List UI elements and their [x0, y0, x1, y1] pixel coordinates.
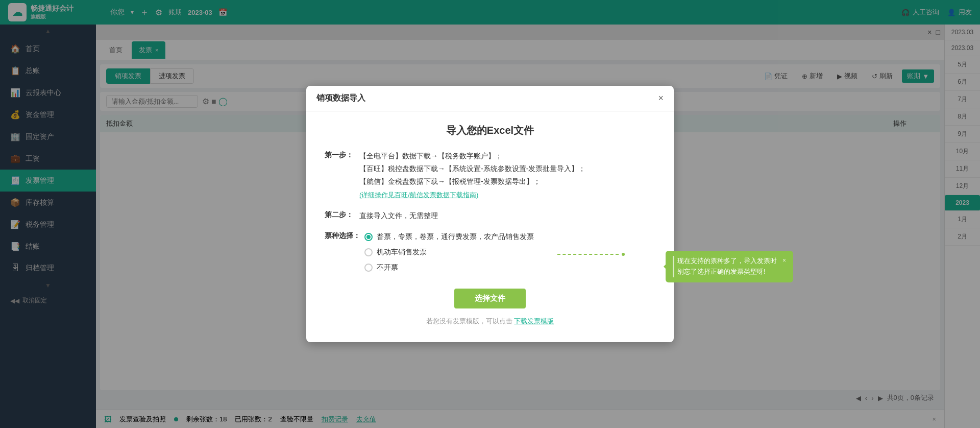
select-file-button[interactable]: 选择文件 — [454, 289, 526, 308]
radio-no-ticket-circle — [364, 264, 373, 272]
radio-no-ticket[interactable]: 不开票 — [364, 263, 534, 272]
step1-line2: 【百旺】税控盘数据下载→【系统设置-系统参数设置-发票批量导入】； — [359, 162, 585, 175]
step1-row: 第一步： 【全电平台】数据下载→【税务数字账户】； 【百旺】税控盘数据下载→【系… — [325, 150, 655, 201]
radio-normal-circle — [364, 233, 373, 241]
step1-content: 【全电平台】数据下载→【税务数字账户】； 【百旺】税控盘数据下载→【系统设置-系… — [359, 150, 585, 201]
ticket-label: 票种选择： — [325, 231, 360, 272]
import-modal: 销项数据导入 × 导入您的Excel文件 第一步： 【全电平台】数据下载→【税务… — [306, 86, 674, 342]
step1-line3: 【航信】金税盘数据下载→【报税管理-发票数据导出】； — [359, 175, 585, 188]
ticket-selection-row: 票种选择： 普票，专票，卷票，通行费发票，农产品销售发票 机动车销售发票 — [325, 230, 655, 272]
modal-main-title: 导入您的Excel文件 — [325, 124, 655, 137]
tooltip-bubble: × 现在支持的票种多了，导入发票时别忘了选择正确的发票类型呀! — [666, 251, 793, 282]
modal-title: 销项数据导入 — [316, 93, 365, 104]
step1-link[interactable]: (详细操作见百旺/航信发票数据下载指南) — [359, 188, 585, 201]
tooltip-close-button[interactable]: × — [782, 256, 786, 266]
radio-normal[interactable]: 普票，专票，卷票，通行费发票，农产品销售发票 — [364, 232, 534, 242]
radio-motor-circle — [364, 248, 373, 256]
modal-header: 销项数据导入 × — [306, 86, 674, 111]
radio-motor[interactable]: 机动车销售发票 — [364, 248, 534, 257]
radio-group: 普票，专票，卷票，通行费发票，农产品销售发票 机动车销售发票 不开票 — [364, 232, 534, 272]
modal-hint: 若您没有发票模版，可以点击 下载发票模版 — [325, 313, 655, 332]
modal-body: 导入您的Excel文件 第一步： 【全电平台】数据下载→【税务数字账户】； 【百… — [306, 111, 674, 342]
step2-row: 第二步： 直接导入文件，无需整理 — [325, 209, 655, 222]
modal-footer: 选择文件 — [325, 280, 655, 313]
download-template-link[interactable]: 下载发票模版 — [514, 317, 554, 325]
radio-normal-dot — [366, 235, 371, 239]
tooltip-text: 现在支持的票种多了，导入发票时别忘了选择正确的发票类型呀! — [673, 256, 786, 277]
step1-line1: 【全电平台】数据下载→【税务数字账户】； — [359, 150, 585, 162]
step2-label: 第二步： — [325, 210, 355, 222]
step2-content: 直接导入文件，无需整理 — [359, 209, 438, 222]
step1-label: 第一步： — [325, 151, 355, 201]
modal-close-button[interactable]: × — [658, 93, 664, 104]
